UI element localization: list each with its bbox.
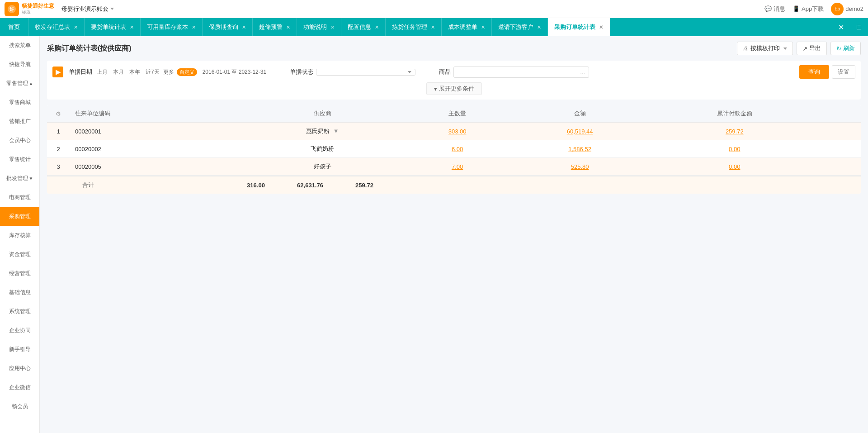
sidebar-item-member[interactable]: 会员中心: [0, 131, 39, 150]
th-supplier: 供应商: [241, 105, 404, 123]
tab-jianhuo[interactable]: 拣货任务管理 ✕: [386, 18, 442, 36]
sidebar-item-purchase[interactable]: 采购管理: [0, 207, 39, 226]
sidebar-item-retail-stats[interactable]: 零售统计: [0, 150, 39, 169]
quantity-link[interactable]: 303.00: [448, 128, 467, 135]
app-download-button[interactable]: 📱 App下载: [793, 5, 824, 13]
sidebar-item-app-center[interactable]: 应用中心: [0, 359, 39, 378]
quantity-link[interactable]: 7.00: [452, 163, 463, 170]
close-icon[interactable]: ✕: [375, 24, 379, 30]
amount-link[interactable]: 1,586.52: [568, 146, 591, 152]
footer-amount: 62,631.76: [283, 182, 337, 189]
sidebar-item-finance[interactable]: 资金管理: [0, 245, 39, 264]
tab-chaochuyujing[interactable]: 超储预警 ✕: [253, 18, 297, 36]
close-tab-button[interactable]: ✕: [832, 18, 850, 36]
query-button[interactable]: 查询: [799, 65, 829, 79]
industry-select[interactable]: 母婴行业演示账套: [58, 3, 118, 15]
sidebar-item-retail-mgmt[interactable]: 零售管理 ▲: [0, 74, 39, 93]
sidebar-item-wholesale[interactable]: 批发管理 ▼: [0, 169, 39, 188]
query-actions: 查询 设置: [799, 65, 855, 79]
sidebar-item-search[interactable]: 搜索菜单: [0, 36, 39, 55]
custom-date-badge[interactable]: 自定义: [177, 68, 197, 76]
sidebar-item-retail-shop[interactable]: 零售商城: [0, 93, 39, 112]
template-print-button[interactable]: 🖨 按模板打印: [737, 42, 793, 55]
filter-status-group: 单据状态: [290, 68, 415, 76]
cell-code: 00020002: [70, 140, 241, 158]
amount-link[interactable]: 525.80: [571, 163, 589, 170]
expand-more-button[interactable]: ▾ 展开更多条件: [426, 82, 482, 95]
paid-link[interactable]: 259.72: [726, 128, 744, 135]
sidebar-item-enterprise-wechat[interactable]: 企业微信: [0, 378, 39, 397]
export-icon: ↗: [802, 45, 807, 52]
sidebar-item-basics[interactable]: 基础信息: [0, 283, 39, 302]
sidebar-item-operation[interactable]: 经营管理: [0, 264, 39, 283]
avatar-icon: Ea: [831, 3, 844, 15]
close-icon[interactable]: ✕: [599, 24, 603, 30]
settings-icon[interactable]: ⚙: [56, 110, 61, 117]
filter-more-row: ▾ 展开更多条件: [52, 82, 855, 95]
print-icon: 🖨: [743, 45, 749, 52]
filter-date-shortcuts: 上月 本月 本年 近7天 更多: [95, 67, 174, 77]
tab-yaoqing[interactable]: 邀请下游客户 ✕: [492, 18, 548, 36]
table-header-row: ⚙ 往来单位编码 供应商 主数量 金额: [47, 105, 861, 123]
status-select[interactable]: [316, 69, 415, 76]
shortcut-last-month[interactable]: 上月: [95, 67, 109, 77]
quantity-link[interactable]: 6.00: [452, 146, 463, 152]
shortcut-7days[interactable]: 近7天: [144, 67, 161, 77]
tab-gongneng[interactable]: 功能说明 ✕: [297, 18, 341, 36]
logo-area: 好 畅捷通好生意 标版: [5, 2, 54, 16]
shortcut-this-year[interactable]: 本年: [127, 67, 142, 77]
user-avatar[interactable]: Ea demo2: [831, 3, 863, 15]
close-icon[interactable]: ✕: [481, 24, 485, 30]
expand-row-icon[interactable]: ▼: [333, 128, 339, 134]
close-icon[interactable]: ✕: [74, 24, 78, 30]
th-amount: 金额: [511, 105, 649, 123]
cell-index: 3: [47, 158, 70, 176]
close-icon[interactable]: ✕: [130, 24, 134, 30]
paid-link[interactable]: 0.00: [729, 163, 740, 170]
sidebar-item-shortcuts[interactable]: 快捷导航: [0, 55, 39, 74]
close-icon[interactable]: ✕: [242, 24, 246, 30]
setting-button[interactable]: 设置: [832, 65, 855, 79]
shortcut-this-month[interactable]: 本月: [111, 67, 126, 77]
export-button[interactable]: ↗ 导出: [797, 42, 827, 55]
close-icon[interactable]: ✕: [286, 24, 290, 30]
sidebar-item-collab[interactable]: 企业协同: [0, 321, 39, 340]
table-body: 1 00020001 惠氏奶粉 ▼ 303.00 60,519.44: [47, 123, 861, 176]
tab-kuyongliang[interactable]: 可用量库存账本 ✕: [141, 18, 203, 36]
goods-input[interactable]: ...: [453, 67, 589, 78]
amount-link[interactable]: 60,519.44: [567, 128, 593, 135]
sidebar-item-inventory[interactable]: 库存核算: [0, 226, 39, 245]
maximize-button[interactable]: □: [850, 18, 868, 36]
tab-chengben[interactable]: 成本调整单 ✕: [442, 18, 492, 36]
close-icon[interactable]: ✕: [537, 24, 541, 30]
th-paid: 累计付款金额: [649, 105, 821, 123]
paid-link[interactable]: 0.00: [729, 146, 740, 152]
more-icon[interactable]: ...: [580, 69, 585, 76]
sidebar-item-member-plus[interactable]: 畅会员: [0, 397, 39, 416]
sidebar-item-marketing[interactable]: 营销推广: [0, 112, 39, 131]
close-icon[interactable]: ✕: [330, 24, 335, 30]
sidebar-item-system[interactable]: 系统管理: [0, 302, 39, 321]
sidebar-item-newbie[interactable]: 新手引导: [0, 340, 39, 359]
filter-expand-button[interactable]: ▶: [52, 67, 63, 77]
tab-yaohuo[interactable]: 要货单统计表 ✕: [85, 18, 141, 36]
cell-index: 2: [47, 140, 70, 158]
close-icon[interactable]: ✕: [192, 24, 196, 30]
sidebar-item-ecommerce[interactable]: 电商管理: [0, 188, 39, 207]
tab-peizhi[interactable]: 配置信息 ✕: [341, 18, 386, 36]
tab-caigou-active[interactable]: 采购订单统计表 ✕: [548, 18, 610, 36]
message-button[interactable]: 💬 消息: [764, 5, 785, 13]
tab-shoufacun[interactable]: 收发存汇总表 ✕: [28, 18, 85, 36]
tab-baozhi[interactable]: 保质期查询 ✕: [203, 18, 253, 36]
table-row: 2 00020002 飞鹤奶粉 6.00 1,586.52: [47, 140, 861, 158]
filter-goods-group: 商品 ...: [439, 67, 589, 78]
page-header: 采购订单统计表(按供应商) 🖨 按模板打印 ↗ 导出 ↻ 刷新: [47, 42, 861, 55]
shortcut-more[interactable]: 更多: [163, 68, 174, 76]
cell-amount: 1,586.52: [511, 140, 649, 158]
tab-home[interactable]: 首页: [0, 18, 28, 36]
close-icon[interactable]: ✕: [431, 24, 435, 30]
refresh-button[interactable]: ↻ 刷新: [830, 42, 861, 55]
expand-icon: ▲: [29, 81, 33, 86]
cell-supplier: 好孩子: [241, 158, 404, 176]
cell-code: 00020001: [70, 123, 241, 140]
